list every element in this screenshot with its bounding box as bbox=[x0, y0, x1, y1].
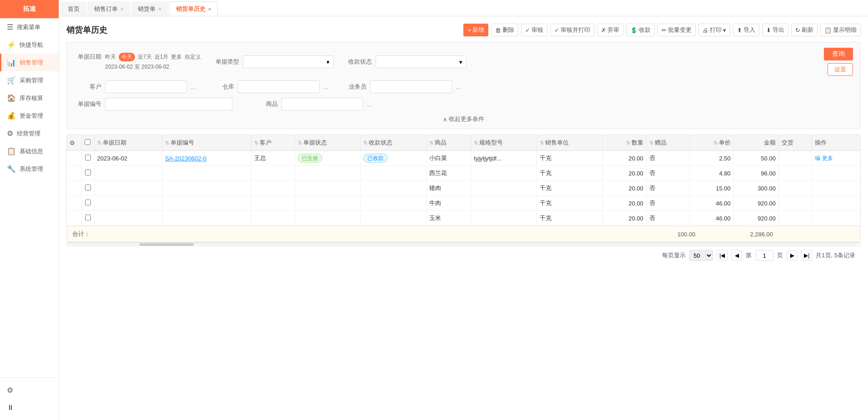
sidebar-item-finance-mgmt[interactable]: 💰 资金管理 bbox=[0, 107, 59, 125]
export-button[interactable]: ⬇ 导出 bbox=[762, 24, 788, 36]
tab-sales-history[interactable]: 销货单历史 × bbox=[169, 1, 218, 16]
scrollbar-thumb[interactable] bbox=[139, 243, 194, 246]
sidebar-pause-btn[interactable]: ⏸ bbox=[0, 399, 59, 416]
date-tab-today[interactable]: 今天 bbox=[119, 53, 135, 61]
refresh-button[interactable]: ↻ 刷新 bbox=[791, 24, 818, 36]
tab-sales-goods[interactable]: 销货单 × bbox=[131, 1, 168, 16]
sort-quantity[interactable] bbox=[626, 139, 632, 146]
tab-sales-order[interactable]: 销售订单 × bbox=[87, 1, 130, 16]
col-product[interactable]: 商品 bbox=[426, 135, 471, 151]
doc-type-select[interactable]: ▾ bbox=[243, 55, 334, 68]
payment-status-select[interactable]: ▾ bbox=[376, 55, 467, 68]
doc-number-link[interactable]: SA-20230602-0 bbox=[165, 155, 206, 162]
new-button[interactable]: + 新增 bbox=[463, 24, 488, 36]
row-checkbox-cell[interactable] bbox=[81, 196, 94, 211]
finance-mgmt-icon: 💰 bbox=[7, 111, 16, 120]
audit-print-button[interactable]: ✓ 审核并打印 bbox=[550, 24, 594, 36]
print-button[interactable]: 🖨 打印 ▾ bbox=[698, 24, 730, 36]
query-button[interactable]: 查询 bbox=[824, 48, 853, 60]
sidebar-item-sales-mgmt[interactable]: 📊 销售管理 bbox=[0, 54, 59, 71]
tab-sales-history-close[interactable]: × bbox=[208, 6, 211, 12]
sort-doc-status[interactable] bbox=[298, 139, 303, 146]
col-spec-type[interactable]: 规格型号 bbox=[471, 135, 537, 151]
more-action-btn[interactable]: 更多 bbox=[822, 155, 833, 161]
sidebar-item-label: 基础信息 bbox=[20, 147, 43, 155]
show-detail-button[interactable]: 📋 显示明细 bbox=[820, 24, 861, 36]
row-checkbox[interactable] bbox=[85, 170, 91, 175]
sort-gift[interactable] bbox=[649, 139, 655, 146]
sidebar-item-inventory[interactable]: 🏠 库存核算 bbox=[0, 89, 59, 107]
product-dots[interactable]: ... bbox=[367, 100, 372, 108]
sort-product[interactable] bbox=[429, 139, 435, 146]
customer-dots[interactable]: ... bbox=[191, 83, 196, 90]
col-quantity[interactable]: 数量 bbox=[602, 135, 646, 151]
col-doc-number[interactable]: 单据编号 bbox=[162, 135, 251, 151]
select-all-checkbox[interactable] bbox=[85, 139, 90, 145]
row-checkbox-cell[interactable] bbox=[81, 151, 94, 166]
product-input[interactable] bbox=[281, 98, 363, 110]
edit-action-btn[interactable]: 编 bbox=[815, 155, 820, 161]
row-checkbox[interactable] bbox=[85, 215, 91, 220]
warehouse-input[interactable] bbox=[238, 80, 320, 93]
first-page-btn[interactable]: |◀ bbox=[717, 250, 728, 261]
sort-unit-price[interactable] bbox=[713, 139, 719, 146]
sidebar-item-purchase-mgmt[interactable]: 🛒 采购管理 bbox=[0, 71, 59, 89]
setup-button[interactable]: 设置 bbox=[828, 63, 853, 76]
sidebar-item-system-mgmt[interactable]: 🔧 系统管理 bbox=[0, 160, 59, 178]
audit-button[interactable]: ✓ 审核 bbox=[521, 24, 547, 36]
sidebar-item-operations-mgmt[interactable]: ⚙ 经营管理 bbox=[0, 125, 59, 142]
col-gift[interactable]: 赠品 bbox=[646, 135, 690, 151]
page-number-input[interactable] bbox=[755, 250, 773, 261]
collect-button[interactable]: 💲 收款 bbox=[626, 24, 655, 36]
row-checkbox-cell[interactable] bbox=[81, 166, 94, 181]
last-page-btn[interactable]: ▶| bbox=[801, 250, 812, 261]
staff-input[interactable] bbox=[370, 80, 452, 93]
row-checkbox[interactable] bbox=[85, 200, 91, 205]
staff-dots[interactable]: ... bbox=[456, 83, 461, 90]
next-page-btn[interactable]: ▶ bbox=[787, 250, 798, 261]
col-unit-price[interactable]: 单价 bbox=[690, 135, 733, 151]
row-checkbox-cell[interactable] bbox=[81, 181, 94, 196]
tab-home[interactable]: 首页 bbox=[61, 1, 86, 16]
sort-payment-status[interactable] bbox=[363, 139, 369, 146]
col-checkbox[interactable] bbox=[81, 135, 94, 151]
page-suffix: 页 bbox=[777, 251, 783, 260]
col-amount[interactable]: 金额 bbox=[733, 135, 778, 151]
prev-page-btn[interactable]: ◀ bbox=[731, 250, 742, 261]
date-tab-7days[interactable]: 近7天 bbox=[138, 53, 152, 61]
row-checkbox[interactable] bbox=[85, 185, 91, 190]
horizontal-scrollbar[interactable] bbox=[66, 242, 861, 246]
col-customer[interactable]: 客户 bbox=[251, 135, 295, 151]
tab-sales-order-close[interactable]: × bbox=[120, 6, 123, 12]
sidebar-item-search-menu[interactable]: ☰ 搜索菜单 bbox=[0, 18, 59, 36]
customer-input[interactable] bbox=[105, 80, 187, 93]
sort-sales-unit[interactable] bbox=[540, 139, 545, 146]
sort-doc-date[interactable] bbox=[97, 139, 103, 146]
sort-doc-number[interactable] bbox=[165, 139, 171, 146]
sidebar-item-quick-nav[interactable]: ⚡ 快捷导航 bbox=[0, 36, 59, 54]
per-page-select[interactable]: 50 100 200 bbox=[689, 250, 713, 261]
tab-sales-goods-close[interactable]: × bbox=[158, 6, 161, 12]
sort-customer[interactable] bbox=[254, 139, 260, 146]
col-doc-status[interactable]: 单据状态 bbox=[295, 135, 361, 151]
row-checkbox[interactable] bbox=[85, 155, 91, 160]
date-tab-custom[interactable]: 自定义 bbox=[185, 53, 201, 61]
batch-change-button[interactable]: ✏ 批量变更 bbox=[657, 24, 696, 36]
delete-button[interactable]: 🗑 删除 bbox=[491, 24, 518, 36]
col-settings[interactable]: ⚙ bbox=[67, 135, 81, 151]
row-checkbox-cell[interactable] bbox=[81, 211, 94, 226]
date-tab-more[interactable]: 更多 bbox=[171, 53, 182, 61]
sidebar-settings-btn[interactable]: ⚙ bbox=[0, 381, 59, 399]
warehouse-dots[interactable]: ... bbox=[323, 83, 329, 90]
col-payment-status[interactable]: 收款状态 bbox=[361, 135, 426, 151]
col-sales-unit[interactable]: 销售单位 bbox=[537, 135, 602, 151]
sort-spec-type[interactable] bbox=[474, 139, 479, 146]
sidebar-item-basic-info[interactable]: 📋 基础信息 bbox=[0, 142, 59, 160]
doc-number-input[interactable] bbox=[105, 98, 232, 110]
collapse-btn[interactable]: ∧ 收起更多条件 bbox=[443, 115, 484, 123]
import-button[interactable]: ⬆ 导入 bbox=[733, 24, 759, 36]
col-doc-date[interactable]: 单据日期 bbox=[94, 135, 162, 151]
abandon-button[interactable]: ✗ 弃审 bbox=[597, 24, 623, 36]
date-tab-yesterday[interactable]: 昨天 bbox=[105, 53, 116, 61]
date-tab-1month[interactable]: 近1月 bbox=[155, 53, 169, 61]
